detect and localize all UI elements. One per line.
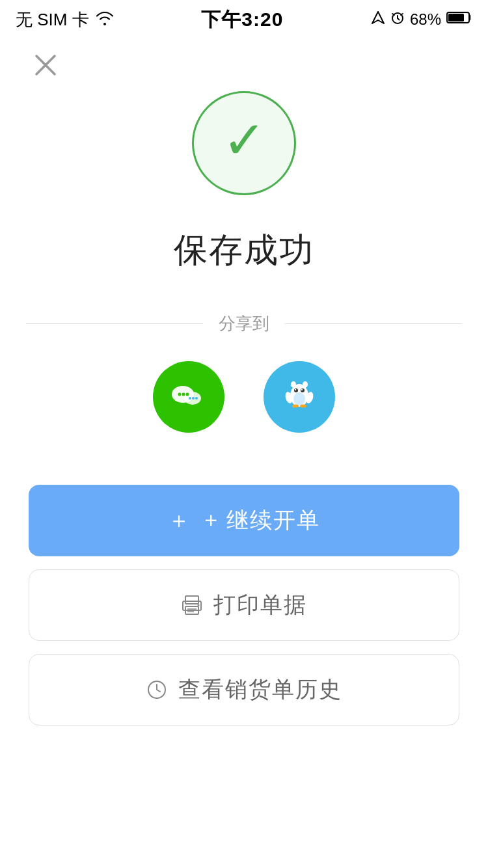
share-section: 分享到: [0, 312, 488, 433]
alarm-icon: [390, 10, 405, 29]
qq-share-button[interactable]: [264, 361, 335, 433]
svg-point-9: [178, 393, 182, 396]
print-label: 打印单据: [213, 590, 307, 620]
svg-point-28: [303, 381, 308, 388]
success-icon-circle: ✓: [192, 91, 296, 195]
svg-point-11: [186, 393, 189, 396]
continue-order-button[interactable]: ＋ + 继续开单: [29, 485, 459, 556]
svg-point-18: [301, 388, 305, 392]
plus-icon: ＋: [168, 506, 191, 536]
checkmark-icon: ✓: [223, 115, 266, 167]
svg-point-32: [198, 604, 200, 606]
svg-point-10: [182, 393, 185, 396]
svg-point-27: [291, 381, 296, 388]
status-left: 无 SIM 卡: [16, 8, 114, 31]
wechat-share-button[interactable]: [153, 361, 224, 433]
continue-order-label: + 继续开单: [204, 506, 319, 536]
share-label: 分享到: [203, 312, 285, 335]
svg-point-12: [189, 397, 191, 400]
share-icons-row: [153, 361, 335, 433]
svg-rect-3: [448, 14, 464, 21]
wifi-icon: [96, 10, 114, 30]
history-button[interactable]: 查看销货单历史: [29, 654, 459, 726]
divider-left: [26, 323, 203, 324]
svg-point-14: [195, 397, 198, 400]
action-buttons: ＋ + 继续开单 打印单据: [0, 485, 488, 726]
svg-rect-29: [185, 596, 198, 604]
status-time: 下午3:20: [201, 7, 283, 33]
history-icon: [146, 679, 168, 701]
status-bar: 无 SIM 卡 下午3:20 68%: [0, 0, 488, 39]
battery-percent: 68%: [410, 10, 441, 29]
battery-icon: [446, 10, 472, 29]
svg-point-13: [192, 397, 195, 400]
svg-point-23: [292, 405, 299, 408]
svg-point-20: [301, 389, 303, 390]
print-icon: [181, 594, 203, 616]
svg-point-22: [293, 392, 305, 405]
svg-point-19: [295, 389, 296, 390]
location-icon: [371, 10, 385, 29]
divider-right: [285, 323, 462, 324]
divider-row: 分享到: [0, 312, 488, 335]
print-button[interactable]: 打印单据: [29, 569, 459, 641]
close-button[interactable]: [26, 46, 65, 85]
no-sim-text: 无 SIM 卡: [16, 8, 89, 31]
svg-point-24: [300, 405, 306, 408]
main-content: ✓ 保存成功 分享到: [0, 39, 488, 726]
success-title: 保存成功: [174, 228, 314, 273]
status-right: 68%: [371, 10, 472, 29]
svg-point-17: [294, 388, 298, 392]
history-label: 查看销货单历史: [178, 675, 342, 705]
svg-marker-0: [372, 12, 384, 23]
